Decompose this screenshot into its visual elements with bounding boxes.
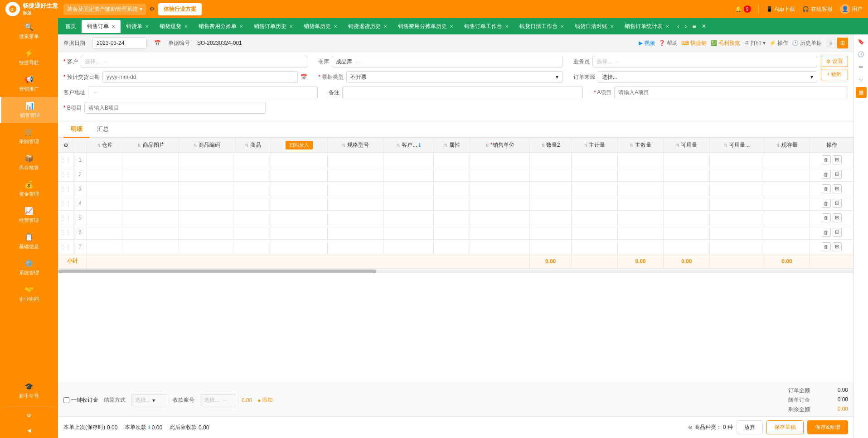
row-delete-4[interactable]: 🗑 [822,199,831,208]
payment-method-select[interactable]: 选择... ▾ [131,395,167,406]
discard-btn[interactable]: 放弃 [737,420,763,434]
row-sales-unit-5[interactable] [470,211,530,225]
tab-nav-left[interactable]: ‹ [674,21,682,32]
notification-btn[interactable]: 🔔 9 [735,5,751,13]
delivery-date-input[interactable] [102,71,298,83]
sidebar-item-finance[interactable]: 💰 资金管理 [0,176,58,202]
app-download-btn[interactable]: 📱 App下载 [766,5,795,13]
horizontal-scrollbar[interactable] [58,270,853,273]
sidebar-item-search[interactable]: 🔍 搜索菜单 [0,18,58,44]
no-input[interactable] [197,40,270,46]
add-row-btn[interactable]: ● 添加 [257,396,272,404]
delivery-calendar-icon[interactable]: 📅 [301,74,307,80]
row-delete-1[interactable]: 🗑 [822,155,831,164]
sidebar-item-marketing[interactable]: 📢 营销推广 [0,71,58,97]
row-customer-3[interactable] [383,182,434,196]
row-qty2-3[interactable] [530,182,572,196]
tab-close-sales-expense[interactable]: ✕ [239,24,243,29]
col-barcode[interactable]: 扫码录入 [271,138,327,153]
tab-nav-list[interactable]: ≡ [689,21,698,32]
sidebar-settings-btn[interactable]: ⚙ [0,408,58,423]
row-copy-6[interactable]: ⊞ [833,228,842,237]
row-copy-4[interactable]: ⊞ [833,199,842,208]
tab-close-order-workbench[interactable]: ✕ [505,24,509,29]
row-main-qty-7[interactable] [617,240,664,254]
tab-order-workbench[interactable]: 销售订单工作台 ✕ [459,20,514,33]
b-project-input[interactable] [84,102,266,114]
col-settings[interactable]: ⚙ [58,138,73,153]
row-sales-unit-6[interactable] [470,225,530,240]
sidebar-item-system[interactable]: ⚙️ 系统管理 [0,255,58,281]
row-customer-7[interactable] [383,240,434,254]
form-view-btn[interactable]: ⊞ [837,38,848,48]
sidebar-item-nav[interactable]: ⚡ 快捷导航 [0,44,58,71]
tab-close-daily-workbench[interactable]: ✕ [560,24,564,29]
warehouse-input[interactable]: 成品库 ··· [332,56,562,67]
history-btn[interactable]: 🕐 历史单据 [792,39,822,47]
row-warehouse-1[interactable] [87,153,123,167]
customer-dots[interactable]: ··· [104,59,107,64]
row-sales-unit-4[interactable] [470,196,530,211]
tab-daily-reconcile[interactable]: 钱货日清对账 ✕ [569,20,619,33]
receipt-account-select[interactable]: 选择... ··· [200,395,236,406]
gear-icon[interactable]: ⚙ [150,6,155,12]
row-spec-3[interactable] [327,182,383,196]
tab-close-return-history[interactable]: ✕ [383,24,387,29]
row-spec-2[interactable] [327,167,383,182]
tab-nav-right[interactable]: › [682,21,690,32]
tab-close-sales-return[interactable]: ✕ [184,24,188,29]
row-attribute-5[interactable] [434,211,470,225]
tab-return-history[interactable]: 销货退货历史 ✕ [343,20,393,33]
user-btn[interactable]: 👤 用户 [840,4,863,14]
address-dots[interactable]: ··· [94,90,97,95]
row-customer-6[interactable] [383,225,434,240]
staff-dots[interactable]: ··· [616,59,619,64]
tab-sales-order[interactable]: 销售订单 ✕ [82,20,121,33]
warehouse-dots[interactable]: ··· [356,59,359,64]
detail-tab-summary[interactable]: 汇总 [90,121,116,138]
right-sidebar-bookmark[interactable]: 🔖 [856,36,867,47]
row-copy-5[interactable]: ⊞ [833,213,842,222]
detail-tab-detail[interactable]: 明细 [63,121,90,138]
row-attribute-3[interactable] [434,182,470,196]
row-copy-3[interactable]: ⊞ [833,184,842,193]
sidebar-item-sales[interactable]: 📊 销售管理 [0,97,58,123]
tab-sales-bill-history[interactable]: 销货单历史 ✕ [298,20,343,33]
row-code-2[interactable] [179,167,235,182]
row-code-5[interactable] [179,211,235,225]
address-input[interactable]: ··· [88,87,318,98]
right-sidebar-history[interactable]: 🕐 [856,49,867,60]
row-drag-4[interactable]: ⋮⋮ [58,196,73,211]
row-attribute-6[interactable] [434,225,470,240]
row-spec-1[interactable] [327,153,383,167]
row-sales-unit-2[interactable] [470,167,530,182]
tab-sales-order-history[interactable]: 销售订单历史 ✕ [248,20,298,33]
customer-input[interactable]: 选择... ··· [81,56,307,67]
row-main-qty-4[interactable] [617,196,664,211]
scroll-thumb[interactable] [58,270,376,273]
row-product-4[interactable] [235,196,271,211]
tab-close-order-history[interactable]: ✕ [289,24,293,29]
right-sidebar-star[interactable]: ☆ [856,74,867,85]
row-drag-5[interactable]: ⋮⋮ [58,211,73,225]
one-click-checkbox[interactable] [63,397,69,403]
list-view-btn[interactable]: ≡ [825,38,836,48]
online-service-btn[interactable]: 🎧 在线客服 [802,5,833,13]
row-copy-2[interactable]: ⊞ [833,170,842,179]
row-delete-6[interactable]: 🗑 [822,228,831,237]
tab-close-bill-history[interactable]: ✕ [334,24,337,29]
barcode-btn[interactable]: 扫码录入 [286,141,313,149]
row-copy-7[interactable]: ⊞ [833,242,842,251]
sidebar-item-collaborate[interactable]: 🤝 企业协同 [0,281,58,307]
row-drag-1[interactable]: ⋮⋮ [58,153,73,167]
row-customer-2[interactable] [383,167,434,182]
tab-sales-bill[interactable]: 销货单 ✕ [121,20,154,33]
profit-btn[interactable]: 💹 毛利预览 [710,39,740,47]
row-qty2-6[interactable] [530,225,572,240]
save-draft-btn[interactable]: 保存草稿 [766,420,804,434]
help-btn[interactable]: ❓ 帮助 [659,39,678,47]
staff-input[interactable]: 选择... ··· [592,56,817,67]
row-drag-2[interactable]: ⋮⋮ [58,167,73,182]
row-warehouse-4[interactable] [87,196,123,211]
sidebar-item-inventory[interactable]: 📦 库存核算 [0,149,58,176]
